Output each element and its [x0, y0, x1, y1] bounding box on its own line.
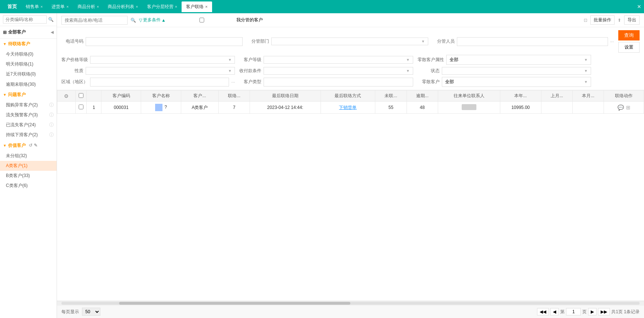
col-no-contact[interactable]: 未联... — [375, 91, 407, 102]
filter-status-select[interactable]: ▼ — [442, 67, 591, 75]
col-last-month[interactable]: 上月... — [541, 91, 572, 102]
my-customers-check[interactable] — [169, 18, 235, 22]
filter-manager-dots[interactable]: ··· — [610, 39, 614, 44]
scrollbar-thumb[interactable] — [119, 302, 350, 305]
batch-button[interactable]: 批量操作 — [590, 15, 615, 25]
page-of-label: 页 — [582, 309, 587, 315]
table-row: 1 000031 ? A类客户 7 2023-04-12 14:44: 下销货单… — [57, 102, 644, 114]
page-size-select[interactable]: 50 — [82, 308, 100, 316]
nav-tab-customer-tier[interactable]: 客户分层经营 × — [143, 1, 182, 12]
filter-dept-select[interactable]: ▼ — [271, 38, 428, 45]
sidebar-item-unclassified[interactable]: 未分组(32) — [0, 151, 57, 161]
select-all-checkbox[interactable] — [79, 93, 83, 98]
sidebar-item-churned[interactable]: 已流失客户(24) ⓘ — [0, 120, 57, 130]
col-name[interactable]: 客户名称 — [141, 91, 181, 102]
sidebar-item-overdue[interactable]: 逾期未联络(30) — [0, 80, 57, 89]
export-button[interactable]: 导出 — [624, 15, 640, 25]
next-page-button[interactable]: ▶ — [588, 308, 597, 315]
sidebar-item-declining[interactable]: 持续下滑客户(2) ⓘ — [0, 130, 57, 140]
filter-ctier-select[interactable]: ▼ — [264, 56, 413, 64]
filter-phone-input[interactable] — [86, 37, 243, 46]
last-method-link[interactable]: 下销货单 — [339, 105, 357, 110]
close-purchase-icon[interactable]: × — [66, 4, 68, 9]
search-icon[interactable]: 🔍 — [130, 18, 136, 23]
filter-nature-select[interactable]: ▼ — [86, 67, 235, 75]
nav-tab-product-list[interactable]: 商品分析列表 × — [103, 1, 142, 12]
collapse-icon[interactable]: ◀ — [51, 30, 54, 34]
row-last-month-cell — [541, 102, 572, 114]
sidebar-search-input[interactable] — [3, 15, 47, 24]
query-button[interactable]: 查询 — [618, 30, 640, 40]
filter-customer-tier: 客户等级 ▼ — [239, 56, 413, 64]
col-overdue[interactable]: 逾期... — [407, 91, 438, 102]
col-checkbox[interactable] — [76, 91, 87, 102]
filter-region-dots[interactable]: ··· — [231, 80, 235, 85]
filter-button[interactable]: ▽ 更多条件 ▲ — [139, 17, 166, 23]
col-last-method[interactable]: 最后联络方式 — [321, 91, 375, 102]
col-code[interactable]: 客户编码 — [101, 91, 141, 102]
settings-button[interactable]: 设置 — [618, 42, 640, 53]
close-sales-icon[interactable]: × — [40, 4, 43, 9]
filter-dept: 分管部门 ▼ — [247, 38, 428, 45]
filter-nature-label: 性质 — [61, 68, 83, 74]
horizontal-scrollbar[interactable] — [57, 301, 644, 305]
page-number-input[interactable] — [566, 308, 581, 315]
filter-ctype-input[interactable] — [264, 78, 413, 86]
sidebar-group-value[interactable]: ▼ 价值客户 ↺ ✎ — [0, 140, 57, 151]
close-product-analysis-icon[interactable]: × — [97, 4, 99, 9]
last-page-button[interactable]: ▶▶ — [598, 308, 610, 315]
close-product-list-icon[interactable]: × — [136, 4, 138, 9]
status-down-arrow: ▼ — [584, 69, 588, 73]
col-last-date[interactable]: 最后联络日期 — [250, 91, 321, 102]
filter-retail-attr-select[interactable]: 全部 ▼ — [446, 55, 591, 65]
col-contact-count[interactable]: 联络... — [218, 91, 250, 102]
sidebar-item-7days[interactable]: 近7天待联络(0) — [0, 69, 57, 79]
chat-icon[interactable]: 💬 — [618, 105, 624, 110]
row-checkbox[interactable] — [79, 105, 83, 109]
nav-tab-home[interactable]: 首页 — [3, 1, 21, 12]
sidebar-item-class-b[interactable]: B类客户(33) — [0, 171, 57, 181]
search-input[interactable] — [61, 16, 128, 25]
close-customer-contact-icon[interactable]: × — [205, 4, 207, 9]
filter-manager-input[interactable] — [457, 37, 608, 46]
sidebar-group-problem[interactable]: ▼ 问题客户 — [0, 89, 57, 100]
qrcode-icon[interactable]: ⊞ — [626, 105, 630, 110]
row-checkbox-cell[interactable] — [76, 102, 87, 114]
col-this-year[interactable]: 本年... — [500, 91, 541, 102]
first-page-button[interactable]: ◀◀ — [537, 308, 549, 315]
col-customer-type[interactable]: 客户... — [181, 91, 219, 102]
filter-price-select[interactable]: ▼ — [90, 56, 235, 64]
sidebar-item-tomorrow[interactable]: 明天待联络(1) — [0, 59, 57, 69]
sidebar-all-customers[interactable]: ⊞ 全部客户 ◀ — [0, 26, 57, 39]
nav-tab-purchase[interactable]: 进货单 × — [47, 1, 73, 12]
nav-tab-product-analysis[interactable]: 商品分析 × — [73, 1, 103, 12]
row-contact-count-cell: 7 — [218, 102, 250, 114]
col-this-month[interactable]: 本月... — [573, 91, 604, 102]
nav-tab-customer-contact[interactable]: 客户联络 × — [182, 1, 212, 12]
filter-icon: ▽ — [139, 18, 142, 23]
my-customers-checkbox[interactable]: 我分管的客户 — [169, 17, 263, 23]
sidebar-group-pending[interactable]: ▼ 待联络客户 — [0, 39, 57, 49]
row-overdue-cell: 48 — [407, 102, 438, 114]
filter-payment-select[interactable]: ▼ — [264, 67, 413, 75]
refresh-icon[interactable]: ↺ — [29, 143, 32, 148]
sidebar-item-class-c[interactable]: C类客户(6) — [0, 181, 57, 191]
filter-retail-select[interactable]: 全部 ▼ — [442, 77, 591, 87]
sidebar-item-class-a[interactable]: A类客户(1) — [0, 161, 57, 171]
row-last-method-cell[interactable]: 下销货单 — [321, 102, 375, 114]
col-gear[interactable]: ⚙ — [57, 91, 76, 102]
customer-table: ⚙ 客户编码 客户名称 客户... 联络... 最后联络日期 最后联络方式 未联… — [57, 90, 644, 114]
sidebar-item-hoard[interactable]: 囤购异常客户(2) ⓘ — [0, 100, 57, 110]
ctier-down-arrow: ▼ — [406, 58, 410, 62]
nav-tab-sales[interactable]: 销售单 × — [21, 1, 47, 12]
close-customer-tier-icon[interactable]: × — [175, 4, 177, 9]
close-all-button[interactable]: × — [637, 3, 641, 11]
sidebar-item-today[interactable]: 今天待联络(0) — [0, 49, 57, 59]
sidebar-item-churn-warn[interactable]: 流失预警客户(3) ⓘ — [0, 110, 57, 120]
col-unit-contact[interactable]: 往来单位联系人 — [438, 91, 500, 102]
prev-page-button[interactable]: ◀ — [550, 308, 559, 315]
table-gear-icon[interactable]: ⚙ — [64, 93, 69, 99]
edit-group-icon[interactable]: ✎ — [34, 143, 37, 148]
filter-region-input[interactable] — [90, 78, 229, 86]
sidebar-search-icon[interactable]: 🔍 — [48, 17, 54, 22]
